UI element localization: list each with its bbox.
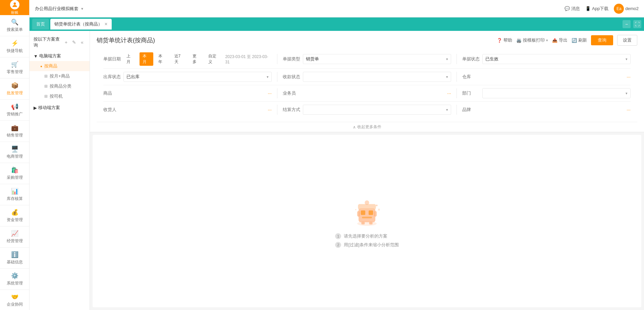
topbar: 办公用品行业模拟账套 ▾ 💬 消息 📱 App下载 Ea demo2 (30, 0, 644, 17)
date-tag-custom[interactable]: 自定义 (205, 52, 223, 66)
filter-divider-2 (457, 54, 457, 64)
tip-num-2: 2 (335, 242, 341, 248)
empty-tip-1: 1 请先选择要分析的方案 (335, 233, 398, 239)
tip-text-1: 请先选择要分析的方案 (344, 233, 387, 239)
sidebar-item-system[interactable]: ⚙️ 系统管理 (0, 269, 29, 290)
filter-select-receiptstatus[interactable]: ▾ (303, 72, 451, 82)
edit-scheme-btn[interactable]: ✎ (71, 39, 77, 46)
filter-label-receiptstatus: 收款状态 (283, 74, 303, 80)
date-tag-7days[interactable]: 近7天 (171, 52, 187, 66)
marketing-icon: 📢 (11, 103, 18, 110)
sidebar-item-retail[interactable]: 🛒 零售管理 (0, 57, 29, 79)
collapse-panel-btn[interactable]: « (79, 39, 86, 46)
date-tag-this-year[interactable]: 本年 (155, 52, 169, 66)
logo-text: 标账 (11, 10, 18, 15)
tree-group-mobile-text: 移动端方案 (38, 105, 60, 111)
filter-select-dept[interactable]: ▾ (482, 88, 631, 98)
tree-item-by-category[interactable]: ⊞ 按商品分类 (30, 81, 90, 91)
svg-rect-4 (369, 210, 373, 215)
sidebar-item-marketing[interactable]: 📢 营销推广 (0, 100, 29, 121)
sidebar-item-search[interactable]: 🔍 搜索菜单 (0, 15, 29, 36)
tree-item-driver-icon: ⊞ (44, 94, 48, 99)
app-download-label: App下载 (592, 6, 608, 12)
purchase-icon: 🛍️ (11, 166, 18, 174)
avatar: Ea (614, 4, 624, 14)
filter-divider-3 (277, 72, 277, 82)
avatar-text: Ea (616, 6, 622, 11)
print-btn[interactable]: 🖨️ 按模板打印 ▾ (516, 37, 548, 43)
sidebar-item-wholesale[interactable]: 📦 批发管理 (0, 79, 29, 100)
date-tag-last-month[interactable]: 上月 (123, 52, 138, 66)
add-scheme-btn[interactable]: + (63, 39, 69, 46)
tab-home[interactable]: 首页 (32, 19, 49, 30)
filter-control-warehouse: ··· (482, 74, 631, 80)
user-avatar[interactable]: Ea demo2 (614, 4, 639, 14)
collapse-icon: ∧ (353, 125, 356, 130)
sidebar-item-label: 营销推广 (7, 111, 23, 117)
sidebar-item-inventory[interactable]: 📊 库存核算 (0, 184, 29, 205)
tab-sales-report[interactable]: 销货单统计表（按商品） ✕ (50, 19, 112, 30)
app-download-btn[interactable]: 📱 App下载 (585, 6, 608, 12)
svg-point-12 (376, 205, 378, 206)
sidebar-item-sales[interactable]: 💼 销售管理 (0, 121, 29, 142)
filter-row-2: 出库状态 已出库 ▾ 收款状态 ▾ (103, 69, 631, 85)
brand-dots[interactable]: ··· (627, 107, 631, 112)
sidebar-item-quicknav[interactable]: ⚡ 快捷导航 (0, 36, 29, 57)
filter-control-brand: ··· (482, 107, 631, 112)
doctype-dropdown-icon: ▾ (446, 57, 448, 61)
svg-point-0 (13, 2, 16, 5)
tree-item-by-driver[interactable]: ⊞ 按司机 (30, 91, 90, 101)
right-content: 销货单统计表(按商品) ❓ 帮助 🖨️ 按模板打印 ▾ 📤 (90, 31, 644, 310)
receiptstatus-dropdown-icon: ▾ (446, 75, 448, 79)
tip-text-2: 用[过滤]条件来缩小分析范围 (344, 242, 398, 248)
sidebar-item-label: 企业协同 (7, 302, 23, 307)
filter-select-settlement[interactable]: ▾ (303, 105, 451, 115)
filter-select-doctype-text: 销货单 (306, 56, 319, 62)
tabbar-actions: − ⛶ (623, 20, 641, 28)
topbar-arrow[interactable]: ▾ (81, 6, 83, 11)
tree-item-by-product[interactable]: ● 按商品 (30, 61, 90, 71)
app-logo[interactable]: 标账 (0, 0, 30, 15)
search-icon: 🔍 (11, 18, 18, 26)
warehouse-dots[interactable]: ··· (627, 74, 631, 80)
collapse-bar[interactable]: ∧ 收起更多条件 (97, 122, 637, 132)
message-btn[interactable]: 💬 消息 (565, 6, 580, 12)
sidebar-item-basic[interactable]: ℹ️ 基础信息 (0, 248, 29, 269)
sidebar-item-collab[interactable]: 🤝 企业协同 (0, 290, 29, 310)
export-btn[interactable]: 📤 导出 (552, 37, 568, 43)
filter-divider-6 (457, 88, 457, 98)
svg-rect-6 (357, 211, 360, 217)
tree-group-desktop-label[interactable]: ▼ 电脑端方案 (30, 51, 90, 61)
filter-select-outstatus[interactable]: 已出库 ▾ (123, 72, 272, 82)
tab-minimize-btn[interactable]: − (623, 20, 631, 28)
tree-item-category-icon: ⊞ (44, 84, 48, 89)
filter-select-doctype[interactable]: 销货单 ▾ (303, 54, 451, 64)
receiver-dots[interactable]: ··· (268, 107, 272, 112)
sidebar-item-purchase[interactable]: 🛍️ 采购管理 (0, 163, 29, 184)
export-label: 导出 (559, 37, 568, 43)
tab-fullscreen-btn[interactable]: ⛶ (633, 20, 641, 28)
settings-button[interactable]: 设置 (617, 35, 637, 46)
filter-label-warehouse: 仓库 (462, 74, 482, 80)
filter-row-3: 商品 ··· 业务员 ··· (103, 85, 631, 102)
tab-close-icon[interactable]: ✕ (104, 22, 108, 27)
sidebar-item-finance[interactable]: 💰 资金管理 (0, 205, 29, 226)
refresh-btn[interactable]: 🔄 刷新 (572, 37, 587, 43)
date-tag-more[interactable]: 更多 (190, 52, 204, 66)
filter-divider-5 (277, 88, 277, 98)
date-tag-this-month[interactable]: 本月 (140, 52, 154, 66)
filter-select-docstatus[interactable]: 已生效 ▾ (482, 54, 631, 64)
sidebar-item-label: 搜索菜单 (7, 27, 23, 33)
logo-icon (10, 0, 19, 9)
query-button[interactable]: 查询 (591, 35, 613, 45)
tree-item-by-month-product[interactable]: ⊞ 按月+商品 (30, 71, 90, 81)
help-btn[interactable]: ❓ 帮助 (497, 37, 512, 43)
sidebar-item-label: 资金管理 (7, 217, 23, 223)
product-dots[interactable]: ··· (268, 91, 272, 96)
left-panel-actions: + ✎ « (63, 39, 86, 46)
system-icon: ⚙️ (11, 272, 18, 279)
sidebar-item-ecom[interactable]: 🖥️ 电商管理 (0, 142, 29, 163)
sidebar-item-mgmt[interactable]: 📈 经营管理 (0, 226, 29, 248)
tree-group-mobile-label[interactable]: ▶ 移动端方案 (30, 103, 90, 113)
staff-dots[interactable]: ··· (447, 91, 451, 96)
